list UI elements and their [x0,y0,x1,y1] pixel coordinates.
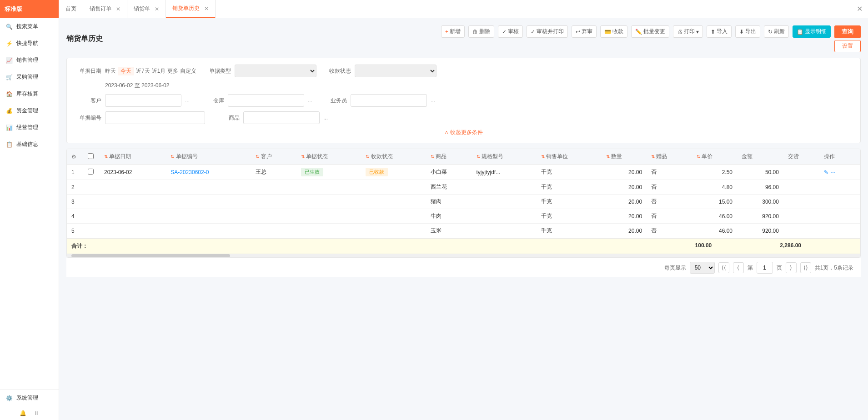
next-page-button[interactable]: ⟩ [786,262,797,273]
qty-col-header[interactable]: ⇅ 数量 [602,149,647,165]
checkbox-cell [83,180,100,195]
tab-home[interactable]: 首页 [59,0,83,18]
scrollbar-thumb[interactable] [71,254,230,257]
date-7days[interactable]: 近7天 [136,67,150,75]
tab-sales-history[interactable]: 销货单历史 ✕ [166,0,216,18]
sidebar-item-purchase-mgmt[interactable]: 🛒 采购管理 [0,69,59,85]
date-more[interactable]: 更多 [167,67,178,75]
gift-col-header[interactable]: ⇅ 赠品 [647,149,692,165]
warehouse-dots[interactable]: ... [308,97,312,104]
transaction-cell [783,180,819,195]
print-button[interactable]: 🖨 打印 ▾ [673,25,703,38]
row-checkbox[interactable] [88,169,94,175]
date-1month[interactable]: 近1月 [152,67,166,75]
payment-status-select[interactable] [355,65,437,77]
customer-input[interactable] [105,94,181,107]
close-sales-goods-tab[interactable]: ✕ [155,6,159,12]
audit-print-button[interactable]: ✓ 审核并打印 [527,25,568,38]
sidebar-item-search-menu[interactable]: 🔍 搜索菜单 [0,18,59,35]
select-all-checkbox[interactable] [88,153,94,159]
doc-no-col-header[interactable]: ⇅ 单据编号 [166,149,251,165]
sidebar-item-operations[interactable]: 📊 经营管理 [0,119,59,136]
spec-cell [472,224,537,238]
row-num-cell: 3 [67,195,83,209]
prev-page-button[interactable]: ⟨ [733,262,744,273]
salesperson-dots[interactable]: ... [431,97,435,104]
doc-no-cell [166,209,251,224]
customer-col-header[interactable]: ⇅ 客户 [251,149,296,165]
sidebar-item-sys-mgmt[interactable]: ⚙️ 系统管理 [0,390,59,406]
spec-col-header[interactable]: ⇅ 规格型号 [472,149,537,165]
doc-type-filter-group: 单据类型 [204,65,316,77]
doc-no-link[interactable]: SA-20230602-0 [171,169,209,175]
per-page-select[interactable]: 50 100 200 [690,262,715,274]
import-button[interactable]: ⬆ 导入 [707,25,732,38]
new-button[interactable]: + 新增 [441,25,465,38]
edit-action[interactable]: ✎ [824,169,828,175]
doc-type-select[interactable] [235,65,316,77]
horizontal-scrollbar[interactable] [67,254,860,257]
sort-icon: ⇅ [366,154,369,159]
sidebar-item-finance[interactable]: 💰 资金管理 [0,102,59,119]
sidebar-bottom-btn2[interactable]: ⏸ [34,410,39,416]
gift-cell: 否 [647,195,692,209]
sidebar-item-inventory[interactable]: 🏠 库存核算 [0,85,59,102]
unit-col-header[interactable]: ⇅ 销售单位 [537,149,602,165]
tab-bar: 首页 销售订单 ✕ 销货单 ✕ 销货单历史 ✕ ✕ [59,0,868,18]
sort-icon: ⇅ [606,154,610,159]
collapse-link[interactable]: ∧ 收起更多条件 [74,129,853,136]
delete-button[interactable]: 🗑 删除 [468,25,494,38]
close-sales-history-tab[interactable]: ✕ [204,5,209,12]
last-page-button[interactable]: ⟩⟩ [800,262,811,273]
customer-dots[interactable]: ... [185,97,190,104]
more-action[interactable]: ⋯ [830,169,836,175]
refresh-button[interactable]: ↻ 刷新 [764,25,789,38]
goods-dots[interactable]: ... [323,115,328,121]
print-icon: 🖨 [677,29,682,35]
doc-date-cell [100,209,166,224]
checkbox-cell [83,209,100,224]
pay-status-col-header[interactable]: ⇅ 收款状态 [361,149,426,165]
table-settings-icon[interactable]: ⚙ [71,154,76,160]
close-sales-order-tab[interactable]: ✕ [116,6,120,12]
close-window-btn[interactable]: ✕ [851,5,868,13]
doc-type-label: 单据类型 [204,67,231,75]
qty-cell: 20.00 [602,209,647,224]
show-detail-button[interactable]: 📋 显示明细 [793,25,831,38]
tab-sales-goods[interactable]: 销货单 ✕ [127,0,166,18]
sidebar-bottom-btn1[interactable]: 🔔 [20,410,26,416]
warehouse-input[interactable] [228,94,304,107]
date-yesterday[interactable]: 昨天 [105,67,116,75]
customer-cell [251,224,296,238]
sidebar-item-sales-mgmt[interactable]: 📈 销售管理 [0,52,59,69]
batch-change-button[interactable]: ✏️ 批量变更 [631,25,669,38]
customer-cell [251,209,296,224]
query-button[interactable]: 查询 [834,25,861,38]
sidebar-item-quick-nav[interactable]: ⚡ 快捷导航 [0,35,59,52]
date-custom[interactable]: 自定义 [180,67,196,75]
goods-input[interactable] [243,111,320,124]
doc-no-input[interactable] [105,111,205,124]
per-page-label: 每页显示 [664,264,686,272]
spec-cell: tyjyjtyjdf... [472,165,537,180]
page-number-input[interactable]: 1 [757,262,773,274]
doc-date-col-header[interactable]: ⇅ 单据日期 [100,149,166,165]
settings-button[interactable]: 设置 [834,40,861,52]
first-page-button[interactable]: ⟨⟨ [718,262,729,273]
settings-col-header[interactable]: ⚙ [67,149,83,165]
export-button[interactable]: ⬇ 导出 [735,25,760,38]
goods-col-header[interactable]: ⇅ 商品 [426,149,472,165]
audit-button[interactable]: ✓ 审核 [498,25,523,38]
doc-status-col-header[interactable]: ⇅ 单据状态 [296,149,361,165]
goods-filter-group: 商品 ... [212,111,328,124]
abandon-button[interactable]: ↩ 弃审 [572,25,597,38]
date-today[interactable]: 今天 [118,67,134,75]
sidebar-item-basic-info[interactable]: 📋 基础信息 [0,136,59,153]
doc-no-cell: SA-20230602-0 [166,165,251,180]
quick-nav-icon: ⚡ [5,40,13,47]
salesperson-input[interactable] [351,94,427,107]
unit-price-col-header[interactable]: ⇅ 单价 [692,149,737,165]
tab-sales-order[interactable]: 销售订单 ✕ [83,0,127,18]
collect-button[interactable]: 💳 收款 [600,25,627,38]
footer-label: 合计： [71,242,88,250]
